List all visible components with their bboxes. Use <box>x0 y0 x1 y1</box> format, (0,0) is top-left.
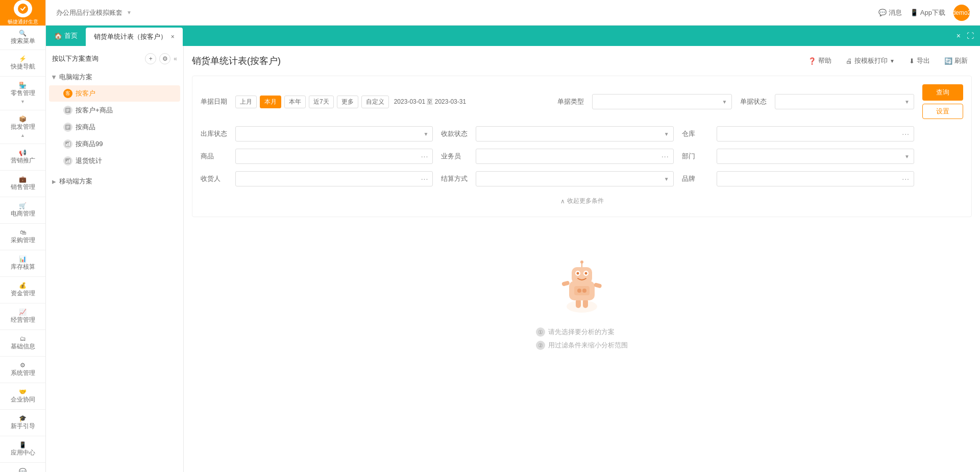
print-btn[interactable]: 🖨 按模板打印 ▼ <box>842 54 899 67</box>
sidebar-item-inventory[interactable]: 📊 库存核算 <box>0 250 45 277</box>
order-status-select[interactable]: ▼ <box>775 94 915 109</box>
tab-home[interactable]: 🏠 首页 <box>46 26 86 46</box>
brand-select[interactable]: ··· <box>717 171 914 186</box>
collapse-scheme-btn[interactable]: « <box>174 55 177 62</box>
export-icon: ⬇ <box>909 57 915 65</box>
receiver-select[interactable]: ··· <box>235 171 433 186</box>
mobile-group-header[interactable]: ▶ 移动端方案 <box>46 174 183 189</box>
app-name: 畅捷通好生意 <box>8 18 38 26</box>
receiver-more-icon[interactable]: ··· <box>421 175 429 183</box>
query-btn[interactable]: 查询 <box>922 84 963 101</box>
expand-window-btn[interactable]: ⛶ <box>965 30 976 42</box>
svg-point-25 <box>585 272 587 275</box>
order-status-label: 单据状态 <box>740 97 771 106</box>
scheme-item-by-customer-product[interactable]: 按客户+商品 <box>49 102 180 119</box>
delivery-status-select[interactable]: ▼ <box>235 126 433 141</box>
empty-tip-2: ② 用过滤条件来缩小分析范围 <box>536 341 628 350</box>
home-icon: 🏠 <box>54 32 62 40</box>
order-status-dropdown-icon: ▼ <box>904 99 910 105</box>
appcenter-icon: 📱 <box>0 441 45 449</box>
scheme-item-by-product[interactable]: 按商品 <box>49 119 180 135</box>
product-select[interactable]: ··· <box>235 149 433 164</box>
sidebar-item-appcenter[interactable]: 📱 应用中心 <box>0 436 45 463</box>
sidebar-item-search[interactable]: 🔍 搜索菜单 <box>0 26 45 50</box>
sidebar-item-system[interactable]: ⚙ 系统管理 <box>0 357 45 383</box>
svg-rect-29 <box>594 282 602 289</box>
date-range-display: 2023-03-01 至 2023-03-31 <box>394 98 466 106</box>
order-type-filter-item: 单据类型 ▼ <box>557 94 732 109</box>
sidebar-item-wholesale[interactable]: 📦 批发管理 ▲ <box>0 110 45 144</box>
sidebar: 畅捷通好生意 🔍 搜索菜单 ⚡ 快捷导航 🏪 零售管理 ▼ 📦 批发管理 ▲ 📢… <box>0 0 46 472</box>
app-logo[interactable]: 畅捷通好生意 <box>0 0 45 26</box>
cooperation-icon: 🤝 <box>0 388 45 395</box>
sidebar-item-retail[interactable]: 🏪 零售管理 ▼ <box>0 77 45 110</box>
desktop-group-header[interactable]: ▶ 电脑端方案 <box>46 69 183 85</box>
close-window-btn[interactable]: × <box>954 30 963 42</box>
sidebar-item-wechat[interactable]: 💬 企业微信 <box>0 463 45 472</box>
workspace-selector[interactable]: 办公用品行业模拟账套 ▼ <box>56 8 132 17</box>
date-btn-this-month[interactable]: 本月 <box>260 96 281 108</box>
sidebar-item-cooperation[interactable]: 🤝 企业协同 <box>0 383 45 410</box>
scheme-panel-header: 按以下方案查询 + ⚙ « <box>46 50 183 67</box>
order-type-select[interactable]: ▼ <box>592 94 732 109</box>
add-scheme-btn[interactable]: + <box>145 53 156 64</box>
product-label: 商品 <box>201 152 231 161</box>
user-avatar[interactable]: demo2 <box>953 5 970 21</box>
settlement-select[interactable]: ▼ <box>476 171 673 186</box>
date-btn-last-month[interactable]: 上月 <box>235 96 257 108</box>
workspace-dropdown-icon: ▼ <box>127 10 132 15</box>
sidebar-item-purchase[interactable]: 🛍 采购管理 <box>0 224 45 250</box>
export-btn[interactable]: ⬇ 导出 <box>905 54 934 67</box>
sidebar-item-marketing[interactable]: 📢 营销推广 <box>0 144 45 171</box>
sidebar-item-operations[interactable]: 📈 经营管理 <box>0 303 45 330</box>
payment-status-select[interactable]: ▼ <box>476 126 673 141</box>
help-btn[interactable]: ❓ 帮助 <box>804 54 836 67</box>
sales-icon: 💼 <box>0 176 45 183</box>
tab-active[interactable]: 销货单统计表（按客户） × <box>86 28 183 46</box>
salesperson-filter-item: 业务员 ··· <box>441 149 673 164</box>
warehouse-select[interactable]: ··· <box>717 126 914 141</box>
delivery-status-filter-item: 出库状态 ▼ <box>201 126 433 141</box>
system-icon: ⚙ <box>0 362 45 369</box>
sidebar-item-shortcut[interactable]: ⚡ 快捷导航 <box>0 50 45 77</box>
scheme-item-return-stats[interactable]: 退货统计 <box>49 153 180 169</box>
scheme-panel-title: 按以下方案查询 <box>52 54 99 63</box>
refresh-btn[interactable]: 🔄 刷新 <box>940 54 972 67</box>
message-icon: 💬 <box>878 9 887 16</box>
filter-row-1: 单据日期 上月 本月 本年 近7天 更多 自定义 2023-03-01 至 20… <box>201 84 963 119</box>
brand-more-icon[interactable]: ··· <box>902 175 910 183</box>
message-btn[interactable]: 💬 消息 <box>878 8 902 17</box>
mobile-scheme-group: ▶ 移动端方案 <box>46 172 183 191</box>
department-select[interactable]: ▼ <box>717 149 914 164</box>
brand-filter-item: 品牌 ··· <box>682 171 914 186</box>
desktop-group-arrow-icon: ▶ <box>52 75 57 79</box>
svg-rect-21 <box>572 267 592 284</box>
scheme-item-by-customer[interactable]: 客 按客户 <box>49 85 180 102</box>
salesperson-select[interactable]: ··· <box>476 149 673 164</box>
sidebar-item-ecommerce[interactable]: 🛒 电商管理 <box>0 197 45 224</box>
warehouse-more-icon[interactable]: ··· <box>902 130 910 138</box>
sidebar-item-sales[interactable]: 💼 销售管理 <box>0 171 45 197</box>
top-header: 办公用品行业模拟账套 ▼ 💬 消息 📱 App下载 demo2 <box>46 0 980 26</box>
scheme-item-icon-customer: 客 <box>63 89 72 98</box>
scheme-item-by-product-99[interactable]: 按商品99 <box>49 136 180 152</box>
date-btn-7days[interactable]: 近7天 <box>309 96 334 108</box>
salesperson-more-icon[interactable]: ··· <box>662 152 669 160</box>
date-btn-custom[interactable]: 自定义 <box>361 96 389 108</box>
date-btn-this-year[interactable]: 本年 <box>284 96 306 108</box>
svg-point-24 <box>577 272 579 275</box>
svg-rect-14 <box>66 161 67 163</box>
sidebar-item-basic[interactable]: 🗂 基础信息 <box>0 330 45 357</box>
app-download-btn[interactable]: 📱 App下载 <box>910 8 945 17</box>
filter-row-2: 出库状态 ▼ 收款状态 ▼ 仓库 <box>201 126 963 141</box>
svg-rect-12 <box>69 142 70 146</box>
settings-scheme-btn[interactable]: ⚙ <box>159 53 170 64</box>
logo-icon <box>14 0 32 17</box>
collapse-more-btn[interactable]: ∧ 收起更多条件 <box>201 194 963 208</box>
sidebar-item-guide[interactable]: 🎓 新手引导 <box>0 410 45 436</box>
settings-btn[interactable]: 设置 <box>922 104 963 119</box>
tab-close-icon[interactable]: × <box>171 33 175 40</box>
product-more-icon[interactable]: ··· <box>421 152 429 160</box>
date-btn-more[interactable]: 更多 <box>337 96 358 108</box>
sidebar-item-finance[interactable]: 💰 资金管理 <box>0 277 45 303</box>
